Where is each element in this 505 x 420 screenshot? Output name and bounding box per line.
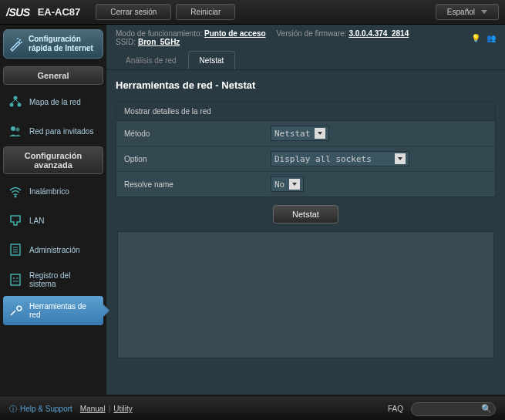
svg-point-5 [15, 196, 17, 198]
brand-text: /SUS [6, 6, 30, 18]
dropdown-arrow-icon [289, 179, 300, 190]
info-bar: Modo de funcionamiento: Punto de acceso … [106, 25, 505, 51]
sidebar-item-label: Red para invitados [29, 127, 93, 136]
dropdown-arrow-icon [395, 153, 406, 164]
method-value: Netstat [274, 129, 310, 139]
action-row: Netstat [116, 197, 496, 231]
section-subtitle: Mostrar detalles de la red [116, 102, 495, 121]
option-select[interactable]: Display all sockets [271, 151, 409, 166]
model-name: EA-AC87 [38, 6, 81, 18]
faq-link[interactable]: FAQ [388, 405, 403, 413]
administration-icon [8, 242, 23, 257]
sidebar-item-guest-network[interactable]: Red para invitados [3, 117, 103, 145]
mode-label: Modo de funcionamiento: [116, 29, 204, 38]
row-method: Método Netstat [116, 121, 495, 146]
sidebar-item-lan[interactable]: LAN [3, 207, 103, 234]
svg-point-1 [10, 103, 14, 107]
row-option: Option Display all sockets [116, 146, 495, 172]
language-label: Español [447, 8, 475, 16]
method-select[interactable]: Netstat [271, 126, 329, 141]
firmware-label: Versión de firmware: [276, 29, 348, 38]
svg-point-4 [16, 128, 20, 132]
panel-title: Herramientas de red - Netstat [116, 79, 496, 91]
sidebar: Configuración rápida de Internet General… [0, 25, 106, 395]
resolve-label: Resolve name [124, 180, 271, 189]
quick-setup-label: Configuración rápida de Internet [29, 35, 98, 53]
tab-netstat[interactable]: Netstat [188, 51, 236, 69]
help-support-link[interactable]: Help & Support [20, 405, 72, 413]
option-value: Display all sockets [274, 154, 372, 164]
mode-value[interactable]: Punto de acceso [204, 29, 265, 38]
sidebar-item-label: Inalámbrico [29, 187, 69, 196]
search-input[interactable]: 🔍 [411, 402, 496, 416]
form-section: Mostrar detalles de la red Método Netsta… [116, 102, 496, 197]
utility-link[interactable]: Utility [113, 405, 132, 413]
svg-point-3 [11, 126, 15, 131]
firmware-value[interactable]: 3.0.0.4.374_2814 [348, 29, 409, 38]
sidebar-item-label: LAN [29, 217, 44, 225]
language-select[interactable]: Español [436, 4, 499, 20]
tab-network-analysis[interactable]: Análisis de red [114, 51, 188, 69]
network-map-icon [8, 94, 23, 109]
manual-link[interactable]: Manual [80, 405, 106, 413]
quick-setup-button[interactable]: Configuración rápida de Internet [3, 29, 103, 59]
wireless-icon [8, 183, 23, 199]
brand-logo: /SUS [6, 6, 30, 18]
row-resolve: Resolve name No [116, 172, 495, 197]
ssid-value[interactable]: Bron_5GHz [138, 38, 180, 46]
sidebar-item-administration[interactable]: Administración [3, 236, 103, 264]
sidebar-item-label: Administración [29, 246, 80, 254]
output-area [117, 231, 494, 358]
svg-point-2 [18, 103, 22, 107]
ssid-label: SSID: [116, 38, 138, 46]
search-icon: 🔍 [481, 404, 492, 414]
dropdown-arrow-icon [315, 128, 325, 139]
section-general: General [3, 66, 103, 85]
guest-network-icon [8, 123, 23, 139]
option-label: Option [124, 155, 271, 163]
magic-wand-icon [8, 36, 24, 52]
hint-icon[interactable]: 💡 [471, 34, 480, 42]
sidebar-item-label: Herramientas de red [29, 302, 99, 319]
sidebar-item-network-tools[interactable]: Herramientas de red [3, 296, 103, 325]
chevron-down-icon [481, 10, 487, 14]
svg-rect-7 [11, 274, 20, 285]
network-tools-icon [8, 303, 23, 318]
panel: Herramientas de red - Netstat Mostrar de… [106, 70, 505, 368]
resolve-value: No [274, 180, 284, 190]
content-area: Modo de funcionamiento: Punto de acceso … [106, 25, 505, 395]
lan-icon [8, 213, 23, 228]
help-icon: ⓘ [9, 404, 17, 415]
clients-icon[interactable]: 👥 [486, 34, 496, 42]
tab-bar: Análisis de red Netstat [106, 51, 505, 70]
system-log-icon [8, 272, 23, 287]
netstat-button[interactable]: Netstat [273, 205, 338, 223]
svg-point-8 [13, 277, 15, 279]
sidebar-item-network-map[interactable]: Mapa de la red [3, 88, 103, 116]
footer: ⓘ Help & Support Manual | Utility FAQ 🔍 [0, 397, 505, 420]
sidebar-item-system-log[interactable]: Registro del sistema [3, 265, 103, 294]
section-advanced: Configuración avanzada [3, 146, 103, 174]
sidebar-item-label: Registro del sistema [29, 271, 99, 288]
sidebar-item-wireless[interactable]: Inalámbrico [3, 177, 103, 205]
method-label: Método [124, 129, 271, 138]
svg-point-0 [14, 96, 18, 100]
app-header: /SUS EA-AC87 Cerrar sesión Reiniciar Esp… [0, 0, 505, 25]
reboot-button[interactable]: Reiniciar [176, 4, 235, 20]
logout-button[interactable]: Cerrar sesión [96, 4, 171, 20]
sidebar-item-label: Mapa de la red [29, 98, 81, 106]
separator: | [109, 405, 111, 413]
resolve-select[interactable]: No [271, 176, 304, 192]
